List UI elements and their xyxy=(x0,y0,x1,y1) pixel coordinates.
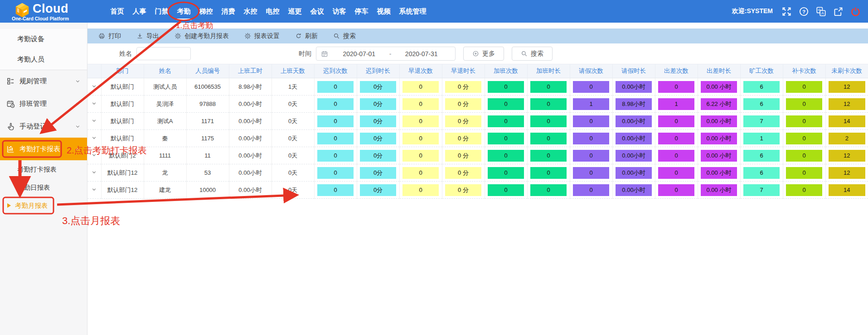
column-header[interactable]: 加班次数 xyxy=(485,64,527,78)
date-start[interactable]: 2020-07-01 xyxy=(330,50,388,57)
column-header[interactable]: 早退次数 xyxy=(399,64,442,78)
search-button[interactable]: 搜索 xyxy=(333,32,356,40)
cell-value: 0 xyxy=(530,167,567,179)
cell: 默认部门12 xyxy=(101,164,144,182)
row-expander[interactable] xyxy=(87,78,101,96)
column-header[interactable]: 出差时长 xyxy=(698,64,740,78)
nav-item-electric[interactable]: 电控 xyxy=(266,0,280,23)
column-header[interactable]: 姓名 xyxy=(144,64,186,78)
cell: 14 xyxy=(825,113,868,130)
cell-value: 0分 xyxy=(360,133,396,144)
cell-value: 0 xyxy=(530,133,567,144)
row-expander[interactable] xyxy=(87,96,101,113)
cell: 97888 xyxy=(186,96,229,113)
sidebar-item-attendance-punch-report[interactable]: 考勤打卡报表 xyxy=(0,138,87,160)
sidebar-subitem-attendance-daily-report[interactable]: 考勤日报表 xyxy=(0,178,87,196)
nav-item-hr[interactable]: 人事 xyxy=(133,0,146,23)
cell-value: 0 xyxy=(402,184,439,196)
export-button[interactable]: 导出 xyxy=(136,32,159,40)
nav-item-home[interactable]: 首页 xyxy=(111,0,124,23)
column-header[interactable]: 补卡次数 xyxy=(783,64,825,78)
cell-value: 0.00 小时 xyxy=(701,81,737,93)
row-expander[interactable] xyxy=(87,182,101,199)
name-input[interactable] xyxy=(136,47,191,60)
print-button[interactable]: 打印 xyxy=(98,32,121,40)
cell-value: 0 xyxy=(530,98,567,110)
filter-search-button[interactable]: 搜索 xyxy=(512,47,553,61)
row-expander[interactable] xyxy=(87,164,101,182)
cell: 7 xyxy=(740,113,783,130)
nav-item-elevator[interactable]: 梯控 xyxy=(199,0,213,23)
cell: 默认部门 xyxy=(101,113,144,130)
nav-item-consume[interactable]: 消费 xyxy=(222,0,235,23)
column-header[interactable]: 迟到时长 xyxy=(357,64,399,78)
cell-value: 6 xyxy=(743,98,780,110)
chevron-down-icon xyxy=(75,101,81,107)
row-expander[interactable] xyxy=(87,130,101,147)
create-monthly-report-button[interactable]: 创建考勤月报表 xyxy=(175,32,229,40)
sidebar-subitem-attendance-monthly-report[interactable]: 考勤月报表 xyxy=(0,196,87,215)
column-header[interactable]: 请假时长 xyxy=(612,64,655,78)
triangle-icon xyxy=(7,203,11,208)
nav-item-parking[interactable]: 停车 xyxy=(355,0,369,23)
sidebar-item-shift-management[interactable]: 排班管理 xyxy=(0,92,87,115)
cell-value: 6 xyxy=(743,81,780,93)
nav-item-meeting[interactable]: 会议 xyxy=(310,0,324,23)
column-header[interactable]: 未刷卡次数 xyxy=(825,64,868,78)
sidebar-item-rule-management[interactable]: 规则管理 xyxy=(0,70,87,92)
cell-value: 0.00小时 xyxy=(616,115,652,127)
refresh-button[interactable]: 刷新 xyxy=(295,32,318,40)
fullscreen-icon[interactable] xyxy=(781,6,792,17)
search-icon xyxy=(521,50,528,57)
nav-item-system[interactable]: 系统管理 xyxy=(399,0,427,23)
cell: 0分 xyxy=(357,147,399,164)
cell: 默认部门2 xyxy=(101,147,144,164)
sidebar-item-manual-register[interactable]: 手动登记 xyxy=(0,115,87,138)
column-header[interactable]: 上班工时 xyxy=(229,64,272,78)
cell: 14 xyxy=(825,182,868,199)
nav-item-attendance[interactable]: 考勤 xyxy=(177,0,191,23)
nav-item-access[interactable]: 门禁 xyxy=(155,0,169,23)
nav-item-video[interactable]: 视频 xyxy=(377,0,391,23)
cell: 1 xyxy=(570,96,612,113)
cell: 0.00小时 xyxy=(229,130,272,147)
more-button[interactable]: 更多 xyxy=(463,47,504,61)
column-header[interactable]: 部门 xyxy=(101,64,144,78)
cell-value: 1 xyxy=(658,98,694,110)
date-range-picker[interactable]: 2020-07-01 - 2020-07-31 xyxy=(316,47,456,61)
column-header[interactable]: 加班时长 xyxy=(527,64,570,78)
cell: 0.00小时 xyxy=(612,113,655,130)
column-header[interactable]: 迟到次数 xyxy=(314,64,357,78)
report-settings-button[interactable]: 报表设置 xyxy=(244,32,280,40)
column-header[interactable]: 请假次数 xyxy=(570,64,612,78)
cell: 0 xyxy=(399,113,442,130)
nav-item-water[interactable]: 水控 xyxy=(244,0,257,23)
power-icon[interactable] xyxy=(850,6,861,17)
sidebar-item-attendance-personnel[interactable]: 考勤人员 xyxy=(0,49,87,70)
new-window-icon[interactable] xyxy=(833,6,844,17)
column-header[interactable]: 出差次数 xyxy=(655,64,698,78)
cell: 0 xyxy=(485,78,527,96)
table-header-row: 部门姓名人员编号上班工时上班天数迟到次数迟到时长早退次数早退时长加班次数加班时长… xyxy=(87,64,868,78)
help-icon[interactable]: ? xyxy=(799,6,809,17)
search-button-label: 搜索 xyxy=(531,50,543,58)
cell-value: 0 xyxy=(530,150,567,162)
nav-item-patrol[interactable]: 巡更 xyxy=(288,0,302,23)
table-body: 默认部门测试人员610065358.98小时1天00分00 分0000.00小时… xyxy=(87,78,868,199)
column-header[interactable]: 早退时长 xyxy=(442,64,485,78)
cell: 0 xyxy=(783,164,825,182)
translate-icon[interactable]: 中 A xyxy=(816,6,826,17)
row-expander[interactable] xyxy=(87,113,101,130)
name-filter-label: 姓名 xyxy=(119,50,132,58)
sidebar-subitem-attendance-punch-report[interactable]: 考勤打卡报表 xyxy=(0,160,87,178)
nav-item-visitor[interactable]: 访客 xyxy=(333,0,346,23)
column-header[interactable]: 上班天数 xyxy=(272,64,314,78)
sidebar-item-attendance-device[interactable]: 考勤设备 xyxy=(0,29,87,49)
column-header[interactable]: 人员编号 xyxy=(186,64,229,78)
column-header[interactable]: 旷工次数 xyxy=(740,64,783,78)
date-end[interactable]: 2020-07-31 xyxy=(392,50,451,57)
cell-value: 0.00 小时 xyxy=(701,115,737,127)
row-expander[interactable] xyxy=(87,147,101,164)
cell-value: 7 xyxy=(743,115,780,127)
cell-value: 6.22 小时 xyxy=(701,98,737,110)
